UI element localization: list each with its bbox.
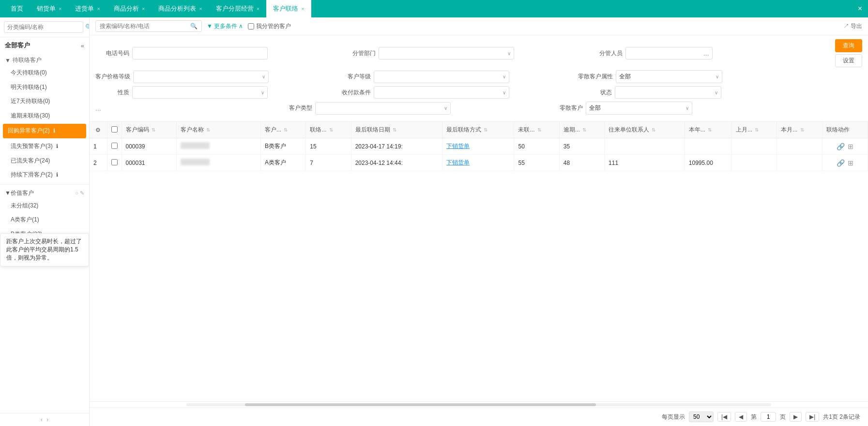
nav-purchase[interactable]: 进货单 × — [68, 0, 107, 17]
sidebar-item-a-class[interactable]: A类客户(1) — [0, 213, 89, 227]
action-grid-icon[interactable]: ⊞ — [848, 143, 853, 150]
person-dots[interactable]: ... — [703, 49, 709, 57]
customer-table-container: ⚙ 客户编码 ⇅ 客户名称 ⇅ — [90, 122, 868, 401]
row-checkbox[interactable] — [111, 143, 118, 149]
close-analysis-list-tab[interactable]: × — [199, 6, 202, 12]
nature-select[interactable]: ∨ — [132, 86, 268, 99]
nav-analysis[interactable]: 商品分析 × — [107, 0, 152, 17]
value-group-edit[interactable]: ○ ✎ — [75, 190, 84, 196]
sort-last-month[interactable]: ⇅ — [755, 127, 759, 132]
th-settings[interactable]: ⚙ — [90, 122, 107, 138]
close-customer-contact-tab[interactable]: × — [301, 6, 304, 12]
th-contact: 联络... ⇅ — [306, 122, 351, 138]
sort-this-month[interactable]: ⇅ — [800, 127, 804, 132]
sidebar-bottom-nav[interactable]: ‹ › — [0, 413, 89, 426]
all-customers-header[interactable]: 全部客户 « — [0, 37, 89, 54]
last-page-btn[interactable]: ▶| — [806, 412, 819, 422]
nav-analysis-list[interactable]: 商品分析列表 × — [152, 0, 209, 17]
close-customer-segment-tab[interactable]: × — [257, 6, 259, 12]
sort-last-date[interactable]: ⇅ — [393, 127, 396, 132]
nav-home[interactable]: 首页 — [4, 0, 30, 17]
row4-dots[interactable]: ... — [95, 104, 101, 112]
retail-attr-select[interactable]: 全部 ∨ — [616, 70, 722, 83]
sort-contact[interactable]: ⇅ — [329, 127, 333, 132]
sort-person[interactable]: ⇅ — [652, 127, 655, 132]
retail-customer-select[interactable]: 全部 ∨ — [586, 102, 692, 115]
my-customers-checkbox[interactable]: 我分管的客户 — [248, 22, 291, 30]
first-page-btn[interactable]: |◀ — [717, 412, 731, 422]
customer-grade-select[interactable]: ∨ — [374, 71, 509, 83]
page-input[interactable] — [761, 412, 776, 422]
th-action: 联络动作 — [822, 122, 868, 138]
sort-last-method[interactable]: ⇅ — [484, 127, 487, 132]
sort-code[interactable]: ⇅ — [152, 127, 155, 132]
th-checkbox[interactable] — [107, 122, 122, 138]
td-6: 2023-04-12 14:44: — [351, 155, 442, 171]
scroll-thumb[interactable] — [245, 403, 596, 406]
sidebar-item-7days[interactable]: 近7天待联络(0) — [0, 94, 89, 109]
sidebar-item-continuous-down[interactable]: 持续下滑客户(2) ℹ — [0, 168, 89, 182]
filter-search-icon[interactable]: 🔍 — [190, 23, 198, 29]
sort-not-contact[interactable]: ⇅ — [537, 127, 541, 132]
sidebar-item-today[interactable]: 今天待联络(0) — [0, 66, 89, 80]
next-page-btn[interactable]: ▶ — [790, 412, 802, 422]
sort-name[interactable]: ⇅ — [206, 127, 210, 132]
action-grid-icon[interactable]: ⊞ — [848, 159, 853, 167]
export-icon: ↗ — [843, 23, 849, 29]
person-select[interactable]: ... — [625, 47, 713, 59]
top-navigation: 首页 销货单 × 进货单 × 商品分析 × 商品分析列表 × 客户分层经营 × … — [0, 0, 868, 17]
sidebar-right-arrow[interactable]: › — [46, 416, 48, 423]
td-1 — [107, 138, 122, 155]
phone-input[interactable] — [132, 47, 268, 59]
sidebar-item-overdue[interactable]: 逾期未联络(30) — [0, 109, 89, 123]
last-method-link[interactable]: 下销货单 — [446, 143, 470, 149]
sidebar-item-tomorrow[interactable]: 明天待联络(1) — [0, 80, 89, 95]
sidebar-item-repeat-abnormal[interactable]: 回购异常客户(2) ℹ — [3, 124, 86, 138]
pagination: 每页显示 50 20 100 |◀ ◀ 第 页 ▶ ▶| 共1页 2条记录 — [90, 407, 868, 426]
filter-search-input[interactable] — [100, 23, 190, 29]
sort-type[interactable]: ⇅ — [284, 127, 288, 132]
query-button[interactable]: 查询 — [835, 39, 862, 52]
close-sales-tab[interactable]: × — [59, 6, 61, 12]
export-btn[interactable]: ↗ 导出 — [843, 22, 862, 30]
nav-customer-segment[interactable]: 客户分层经营 × — [209, 0, 266, 17]
close-analysis-tab[interactable]: × — [142, 6, 145, 12]
sidebar-item-ungroup[interactable]: 未分组(32) — [0, 199, 89, 213]
action-link-icon[interactable]: 🔗 — [837, 143, 845, 150]
filter-more-btn[interactable]: ▼ 更多条件 ∧ — [207, 22, 243, 30]
sort-this-year[interactable]: ⇅ — [708, 127, 712, 132]
sidebar-search-icon[interactable]: 🔍 — [85, 24, 90, 30]
action-link-icon[interactable]: 🔗 — [837, 159, 845, 167]
more-arrow: ∧ — [239, 23, 243, 29]
status-select[interactable]: ∨ — [615, 86, 721, 99]
close-all-tabs[interactable]: × — [858, 4, 862, 13]
sidebar-item-already-lost[interactable]: 已流失客户(24) — [0, 154, 89, 168]
customer-type-select[interactable]: ∨ — [315, 102, 451, 115]
settings-icon[interactable]: ⚙ — [95, 127, 101, 133]
price-grade-select[interactable]: ∨ — [133, 71, 269, 83]
horizontal-scrollbar[interactable] — [90, 401, 868, 407]
prev-page-btn[interactable]: ◀ — [735, 412, 747, 422]
pending-group[interactable]: ▼ 待联络客户 — [0, 54, 89, 66]
select-all-checkbox[interactable] — [111, 126, 118, 132]
dept-select[interactable]: ∨ — [379, 47, 514, 59]
info-icon: ℹ — [53, 128, 55, 133]
settings-button[interactable]: 设置 — [835, 54, 862, 67]
nav-sales[interactable]: 销货单 × — [30, 0, 68, 17]
last-method-link[interactable]: 下销货单 — [446, 159, 470, 166]
sidebar-left-arrow[interactable]: ‹ — [41, 416, 43, 423]
nav-customer-contact[interactable]: 客户联络 × — [266, 0, 311, 17]
value-group-header: ▼ 价值客户 ○ ✎ — [0, 187, 89, 199]
payment-select[interactable]: ∨ — [374, 86, 509, 99]
my-customers-check[interactable] — [248, 23, 254, 29]
sidebar-item-loss-risk[interactable]: 流失预警客户(3) ℹ — [0, 139, 89, 154]
sidebar-collapse-btn[interactable]: « — [81, 42, 84, 49]
per-page-label: 每页显示 — [662, 413, 685, 421]
row-checkbox[interactable] — [111, 159, 118, 165]
sidebar-search-input[interactable] — [4, 21, 83, 33]
field-customer-type: 客户类型 ∨ — [278, 102, 545, 115]
customer-type-label: 客户类型 — [278, 104, 312, 112]
close-purchase-tab[interactable]: × — [97, 6, 100, 12]
per-page-select[interactable]: 50 20 100 — [689, 411, 714, 422]
sort-overdue[interactable]: ⇅ — [582, 127, 586, 132]
